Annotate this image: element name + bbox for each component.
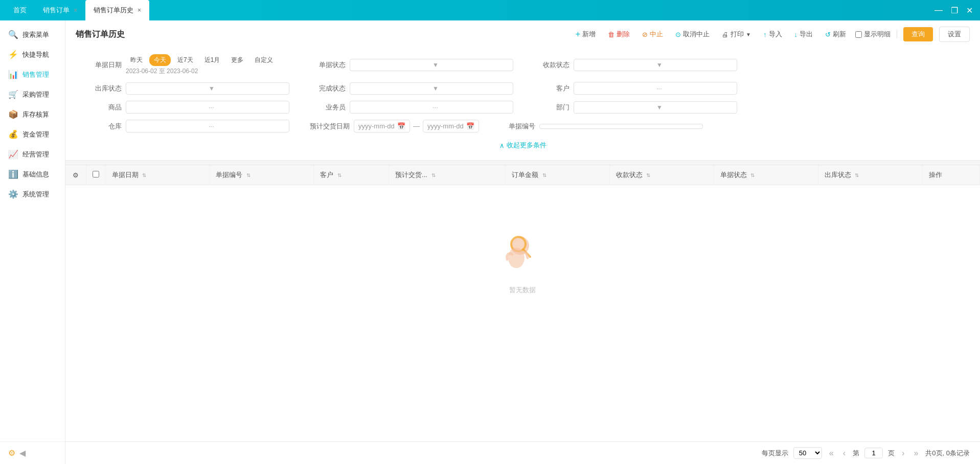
- show-detail-check-input[interactable]: [855, 31, 862, 38]
- collapse-bar[interactable]: ∧ 收起更多条件: [86, 139, 960, 154]
- th-order-status-sort-icon[interactable]: ⇅: [750, 172, 755, 178]
- th-amount-sort-icon[interactable]: ⇅: [542, 172, 546, 178]
- order-no-input[interactable]: [539, 124, 703, 129]
- next-page-btn[interactable]: ›: [900, 448, 906, 459]
- date-btn-yesterday[interactable]: 昨天: [126, 54, 147, 66]
- th-outbound-status-label: 出库状态: [825, 171, 851, 179]
- goods-control[interactable]: ···: [126, 101, 289, 114]
- th-receipt-status[interactable]: 收款状态 ⇅: [609, 165, 714, 185]
- query-button[interactable]: 查询: [903, 27, 933, 41]
- order-no-label: 单据编号: [499, 122, 535, 131]
- date-btn-7days[interactable]: 近7天: [173, 54, 198, 66]
- delivery-date-start-input[interactable]: yyyy-mm-dd 📅: [354, 120, 410, 132]
- customer-control[interactable]: ···: [574, 82, 737, 95]
- th-customer[interactable]: 客户 ⇅: [314, 165, 389, 185]
- receipt-status-label: 收款状态: [534, 60, 569, 70]
- date-btn-custom[interactable]: 自定义: [250, 54, 278, 66]
- sidebar-item-finance-mgmt[interactable]: 💰 资金管理: [0, 124, 65, 144]
- window-controls: — ❐ ✕: [932, 4, 975, 17]
- dept-select[interactable]: ▼: [574, 101, 737, 114]
- current-page-input[interactable]: [864, 448, 883, 458]
- window-minimize-icon[interactable]: —: [932, 4, 945, 17]
- receipt-status-control[interactable]: ▼: [574, 59, 737, 71]
- tab-sales-order[interactable]: 销售订单 ×: [35, 0, 85, 20]
- sidebar-item-search-menu[interactable]: 🔍 搜索菜单: [0, 25, 65, 45]
- sidebar-collapse-icon[interactable]: ◀: [19, 448, 26, 458]
- sidebar-item-sales-mgmt[interactable]: 📊 销售管理: [0, 64, 65, 84]
- btn-print[interactable]: 🖨 打印 ▼: [719, 28, 754, 41]
- th-date[interactable]: 单据日期 ⇅: [105, 165, 210, 185]
- sidebar-item-base-info[interactable]: ℹ️ 基础信息: [0, 164, 65, 184]
- complete-status-control[interactable]: ▼: [350, 82, 513, 95]
- order-status-select[interactable]: ▼: [350, 59, 513, 71]
- receipt-status-select[interactable]: ▼: [574, 59, 737, 71]
- first-page-btn[interactable]: «: [827, 448, 836, 459]
- th-outbound-status[interactable]: 出库状态 ⇅: [818, 165, 922, 185]
- date-btn-today[interactable]: 今天: [149, 54, 171, 66]
- table-header: ⚙ 单据日期 ⇅ 单据编号 ⇅ 客户 ⇅: [65, 165, 980, 185]
- salesperson-control[interactable]: ···: [350, 101, 513, 114]
- sidebar-item-ops-mgmt-label: 经营管理: [22, 150, 49, 159]
- sidebar-item-sys-mgmt[interactable]: ⚙️ 系统管理: [0, 184, 65, 204]
- select-all-checkbox[interactable]: [93, 171, 99, 178]
- window-close-icon[interactable]: ✕: [964, 4, 975, 17]
- tab-home[interactable]: 首页: [5, 0, 35, 20]
- date-filter-control: 昨天 今天 近7天 近1月 更多 自定义 2023-06-02 至 2023-0…: [126, 54, 289, 76]
- btn-delete[interactable]: 🗑 删除: [605, 28, 633, 41]
- btn-delete-icon: 🗑: [608, 31, 614, 38]
- date-btn-more[interactable]: 更多: [226, 54, 248, 66]
- sidebar-item-purchase-mgmt[interactable]: 🛒 采购管理: [0, 84, 65, 104]
- btn-new[interactable]: + 新增: [573, 28, 599, 41]
- sidebar-item-ops-mgmt[interactable]: 📈 经营管理: [0, 144, 65, 164]
- order-no-control[interactable]: [539, 124, 703, 129]
- btn-refresh[interactable]: ↺ 刷新: [822, 28, 849, 41]
- customer-input[interactable]: ···: [574, 82, 737, 95]
- th-action-label: 操作: [929, 171, 942, 179]
- th-delivery[interactable]: 预计交货... ⇅: [389, 165, 506, 185]
- tab-sales-order-history[interactable]: 销售订单历史 ×: [85, 0, 149, 20]
- prev-page-btn[interactable]: ‹: [841, 448, 848, 459]
- salesperson-input[interactable]: ···: [350, 101, 513, 114]
- order-status-label: 单据状态: [310, 60, 346, 70]
- th-delivery-sort-icon[interactable]: ⇅: [431, 172, 436, 178]
- th-settings[interactable]: ⚙: [65, 165, 86, 185]
- window-restore-icon[interactable]: ❐: [949, 4, 960, 17]
- settings-button[interactable]: 设置: [939, 27, 970, 42]
- table-body: 暂无数据: [65, 185, 980, 326]
- tab-sales-order-close[interactable]: ×: [74, 7, 77, 14]
- th-amount[interactable]: 订单金额 ⇅: [505, 165, 609, 185]
- goods-input[interactable]: ···: [126, 101, 289, 114]
- outbound-status-arrow-icon: ▼: [209, 85, 285, 92]
- tab-sales-order-history-close[interactable]: ×: [138, 7, 141, 14]
- last-page-btn[interactable]: »: [911, 448, 920, 459]
- empty-state-text: 暂无数据: [509, 285, 536, 295]
- sidebar-settings-icon[interactable]: ⚙: [8, 448, 15, 458]
- outbound-status-select[interactable]: ▼: [126, 82, 289, 95]
- th-no-sort-icon[interactable]: ⇅: [246, 172, 250, 178]
- th-receipt-status-sort-icon[interactable]: ⇅: [646, 172, 650, 178]
- btn-export[interactable]: ↓ 导出: [791, 28, 816, 41]
- date-btn-1month[interactable]: 近1月: [200, 54, 225, 66]
- outbound-status-control[interactable]: ▼: [126, 82, 289, 95]
- th-checkbox[interactable]: [86, 165, 105, 185]
- show-detail-checkbox[interactable]: 显示明细: [855, 30, 891, 39]
- btn-stop[interactable]: ⊘ 中止: [639, 28, 666, 41]
- warehouse-control[interactable]: ···: [126, 120, 289, 132]
- sidebar-item-finance-mgmt-label: 资金管理: [22, 130, 49, 139]
- btn-cancel-stop[interactable]: ⊙ 取消中止: [672, 28, 713, 41]
- th-date-sort-icon[interactable]: ⇅: [142, 172, 146, 178]
- order-status-control[interactable]: ▼: [350, 59, 513, 71]
- ops-mgmt-icon: 📈: [8, 149, 18, 159]
- complete-status-select[interactable]: ▼: [350, 82, 513, 95]
- th-outbound-status-sort-icon[interactable]: ⇅: [855, 172, 859, 178]
- per-page-select[interactable]: 50 100 200: [793, 447, 822, 459]
- th-customer-sort-icon[interactable]: ⇅: [337, 172, 341, 178]
- th-order-status[interactable]: 单据状态 ⇅: [714, 165, 818, 185]
- sidebar-item-quick-nav[interactable]: ⚡ 快捷导航: [0, 45, 65, 64]
- warehouse-input[interactable]: ···: [126, 120, 289, 132]
- dept-control[interactable]: ▼: [574, 101, 737, 114]
- delivery-date-end-input[interactable]: yyyy-mm-dd 📅: [423, 120, 479, 132]
- sidebar-item-inventory-mgmt[interactable]: 📦 库存核算: [0, 104, 65, 124]
- th-no[interactable]: 单据编号 ⇅: [210, 165, 314, 185]
- btn-import[interactable]: ↑ 导入: [760, 28, 785, 41]
